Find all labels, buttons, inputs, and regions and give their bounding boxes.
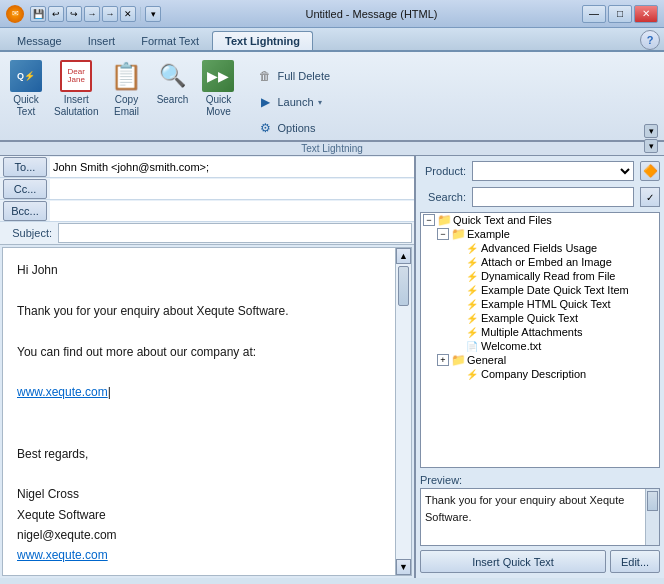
preview-section: Preview: Thank you for your enquiry abou… (420, 472, 660, 546)
help-btn[interactable]: ? (640, 30, 660, 50)
tree-item-example[interactable]: − 📁 Example (421, 227, 659, 241)
website-line: www.xequte.com (17, 545, 397, 565)
scroll-down-btn[interactable]: ▼ (396, 559, 411, 575)
options-btn[interactable]: ⚙ Options (252, 117, 335, 139)
to-row: To... (0, 156, 414, 178)
help-area: ? (636, 30, 660, 50)
tab-message[interactable]: Message (4, 31, 75, 50)
maximize-btn[interactable]: □ (608, 5, 632, 23)
more-tb-btn[interactable]: ▾ (145, 6, 161, 22)
tree-item-attach[interactable]: ⚡ Attach or Embed an Image (421, 255, 659, 269)
close-btn[interactable]: ✕ (634, 5, 658, 23)
tree-label-general: General (467, 354, 506, 366)
search-icon-graphic: 🔍 (156, 60, 188, 92)
tree-label-attach: Attach or Embed an Image (481, 256, 612, 268)
tree-item-multi[interactable]: ⚡ Multiple Attachments (421, 325, 659, 339)
launch-label: Launch (277, 96, 313, 108)
search-ribbon-icon: 🔍 (156, 60, 188, 92)
to-btn[interactable]: To... (3, 157, 47, 177)
copy-email-label: CopyEmail (114, 94, 139, 118)
ribbon-collapse-btn2[interactable]: ▾ (644, 139, 658, 153)
quick-move-btn[interactable]: ▶▶ QuickMove (196, 56, 240, 140)
item-icon-advanced: ⚡ (465, 242, 479, 254)
folder-icon-example: 📁 (451, 228, 465, 240)
quick-text-icon-graphic: Q⚡ (10, 60, 42, 92)
body-content[interactable]: Hi John Thank you for your enquiry about… (3, 248, 411, 576)
full-delete-btn[interactable]: 🗑 Full Delete (252, 65, 335, 87)
tab-insert[interactable]: Insert (75, 31, 129, 50)
tree-item-dynamic[interactable]: ⚡ Dynamically Read from File (421, 269, 659, 283)
to-input[interactable] (50, 157, 414, 177)
title-bar-left: ✉ 💾 ↩ ↪ → → ✕ ▾ (6, 5, 161, 23)
tab-text-lightning[interactable]: Text Lightning (212, 31, 313, 50)
scroll-up-btn[interactable]: ▲ (396, 248, 411, 264)
insert-salutation-btn[interactable]: DearJane InsertSalutation (50, 56, 102, 140)
main-area: To... Cc... Bcc... Subject: Hi John Than… (0, 156, 664, 578)
search-input[interactable] (472, 187, 634, 207)
website-link[interactable]: www.xequte.com| (17, 382, 397, 402)
body-scrollbar[interactable]: ▲ ▼ (395, 248, 411, 575)
edit-btn[interactable]: Edit... (610, 550, 660, 573)
cc-input[interactable] (50, 179, 414, 199)
minimize-btn[interactable]: — (582, 5, 606, 23)
company-line: Xequte Software (17, 505, 397, 525)
tree-item-html[interactable]: ⚡ Example HTML Quick Text (421, 297, 659, 311)
subject-input[interactable] (58, 223, 412, 243)
tab-format-text[interactable]: Format Text (128, 31, 212, 50)
tree-item-general[interactable]: + 📁 General (421, 353, 659, 367)
item-icon-qt: ⚡ (465, 312, 479, 324)
preview-scrollbar[interactable] (645, 489, 659, 545)
redo-tb-btn[interactable]: ↪ (66, 6, 82, 22)
insert-quick-text-btn[interactable]: Insert Quick Text (420, 550, 606, 573)
copy-icon-graphic: 📋 (110, 60, 142, 92)
tree-item-advanced-fields[interactable]: ⚡ Advanced Fields Usage (421, 241, 659, 255)
forward-tb-btn[interactable]: → (84, 6, 100, 22)
quick-text-btn[interactable]: Q⚡ QuickText (4, 56, 48, 140)
preview-text: Thank you for your enquiry about XequteS… (425, 494, 629, 546)
tree-label-qt: Example Quick Text (481, 312, 578, 324)
subject-row: Subject: (0, 222, 414, 244)
tree-item-date[interactable]: ⚡ Example Date Quick Text Item (421, 283, 659, 297)
tree-item-company[interactable]: ⚡ Company Description (421, 367, 659, 381)
cc-btn[interactable]: Cc... (3, 179, 47, 199)
search-go-btn[interactable]: ✓ (640, 187, 660, 207)
tree-item-root[interactable]: − 📁 Quick Text and Files (421, 213, 659, 227)
ribbon-collapse-btn[interactable]: ▾ (644, 124, 658, 138)
tree-view[interactable]: − 📁 Quick Text and Files − 📁 Example ⚡ A… (420, 212, 660, 468)
tree-toggle-example[interactable]: − (437, 228, 449, 240)
tree-label-example: Example (467, 228, 510, 240)
window-controls: — □ ✕ (582, 5, 658, 23)
ribbon-group-label-bar: Text Lightning ▾ (0, 142, 664, 156)
bcc-input[interactable] (50, 201, 414, 221)
bcc-btn[interactable]: Bcc... (3, 201, 47, 221)
copy-email-btn[interactable]: 📋 CopyEmail (104, 56, 148, 140)
scroll-handle[interactable] (398, 266, 409, 306)
panel-bottom-btns: Insert Quick Text Edit... (420, 550, 660, 574)
tree-item-qt[interactable]: ⚡ Example Quick Text (421, 311, 659, 325)
item-icon-attach: ⚡ (465, 256, 479, 268)
preview-scroll-handle[interactable] (647, 491, 658, 511)
close-tb-btn[interactable]: ✕ (120, 6, 136, 22)
save-tb-btn[interactable]: 💾 (30, 6, 46, 22)
folder-icon-root: 📁 (437, 214, 451, 226)
forward2-tb-btn[interactable]: → (102, 6, 118, 22)
tree-label-company: Company Description (481, 368, 586, 380)
tree-toggle-general[interactable]: + (437, 354, 449, 366)
options-label: Options (277, 122, 315, 134)
product-icon-btn[interactable]: 🔶 (640, 161, 660, 181)
search-label: Search: (420, 191, 466, 203)
tree-label-root: Quick Text and Files (453, 214, 552, 226)
tree-toggle-root[interactable]: − (423, 214, 435, 226)
product-select[interactable] (472, 161, 634, 181)
full-delete-label: Full Delete (277, 70, 330, 82)
scroll-track[interactable] (396, 264, 411, 559)
find-more-line: You can find out more about our company … (17, 342, 397, 362)
search-ribbon-btn[interactable]: 🔍 Search (150, 56, 194, 140)
quick-move-label: QuickMove (206, 94, 232, 118)
quick-access-toolbar: 💾 ↩ ↪ → → ✕ ▾ (30, 6, 161, 22)
undo-tb-btn[interactable]: ↩ (48, 6, 64, 22)
email-line: nigel@xequte.com (17, 525, 397, 545)
launch-btn[interactable]: ▶ Launch ▾ (252, 91, 335, 113)
tree-item-welcome[interactable]: 📄 Welcome.txt (421, 339, 659, 353)
tree-label-multi: Multiple Attachments (481, 326, 583, 338)
